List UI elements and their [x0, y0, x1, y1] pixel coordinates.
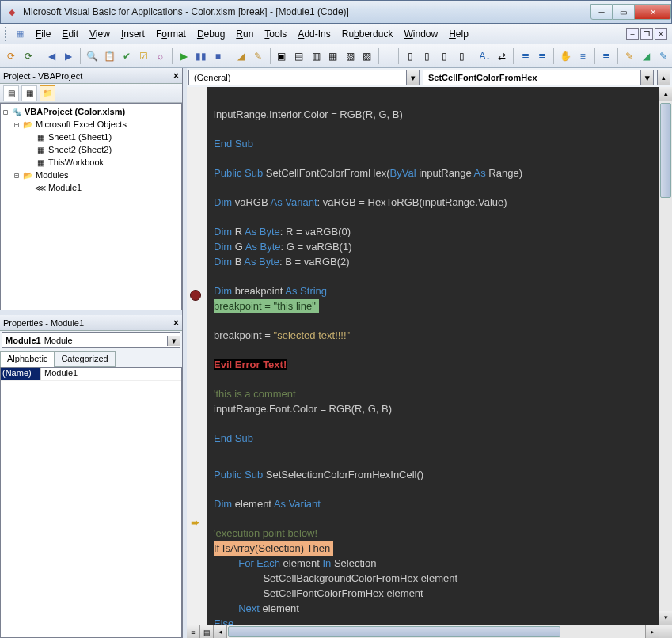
reset-icon[interactable]: ■: [210, 47, 226, 65]
toggle-folders-icon[interactable]: 📁: [40, 85, 55, 101]
execution-line[interactable]: If IsArray(Selection) Then: [214, 541, 333, 556]
view-object-icon[interactable]: ▦: [21, 85, 37, 101]
refresh-icon[interactable]: ⟳: [21, 47, 37, 65]
close-button[interactable]: ✕: [635, 4, 671, 20]
code-editor[interactable]: inputRange.Interior.Color = RGB(R, G, B)…: [207, 87, 659, 625]
tool-b-icon[interactable]: ▤: [290, 47, 307, 65]
scroll-right-icon[interactable]: ▸: [645, 625, 659, 638]
sheet-icon: ▦: [34, 131, 47, 142]
menu-edit[interactable]: Edit: [56, 26, 84, 42]
breakpoint-line[interactable]: breakpoint = "this line": [214, 299, 319, 313]
chevron-down-icon[interactable]: ▾: [167, 336, 180, 346]
scroll-up-button[interactable]: ▴: [657, 70, 670, 85]
tree-thisworkbook[interactable]: ▦ThisWorkbook: [1, 156, 181, 169]
tree-sheet2[interactable]: ▦Sheet2 (Sheet2): [1, 143, 181, 156]
menu-help[interactable]: Help: [443, 26, 474, 42]
sort-icon[interactable]: A↓: [476, 47, 493, 65]
refs-icon[interactable]: ⌕: [152, 47, 169, 65]
list-icon[interactable]: ≡: [575, 47, 591, 65]
object-combo[interactable]: (General)▾: [188, 70, 420, 85]
window-titlebar: ◆ Microsoft Visual Basic for Application…: [0, 0, 672, 24]
procedure-view-icon[interactable]: ≡: [187, 625, 200, 638]
error-text: Evil Error Text!: [214, 359, 287, 370]
wand-icon[interactable]: ✎: [621, 47, 638, 65]
indent-right-icon[interactable]: ▶: [61, 47, 78, 65]
menu-file[interactable]: File: [30, 26, 56, 42]
filter-icon[interactable]: ⇄: [494, 47, 511, 65]
tool-d-icon[interactable]: ▦: [325, 47, 341, 65]
continue-icon[interactable]: ▶: [176, 47, 192, 65]
pencil-icon[interactable]: ✎: [655, 47, 672, 65]
main-toolbar: ⟳ ⟳ ◀ ▶ 🔍 📋 ✔ ☑ ⌕ ▶ ▮▮ ■ ◢ ✎ ▣ ▤ ▥ ▦ ▧ ▨…: [0, 44, 672, 68]
tests-icon[interactable]: ✔: [118, 47, 135, 65]
mdi-close-button[interactable]: ×: [655, 28, 667, 40]
horizontal-scrollbar[interactable]: ◂ ▸: [214, 625, 659, 638]
inspect-icon[interactable]: 📋: [101, 47, 118, 65]
scroll-up-icon[interactable]: ▴: [659, 87, 672, 101]
project-tree[interactable]: ⊟🔩VBAProject (Color.xlsm) ⊟📂Microsoft Ex…: [0, 103, 182, 310]
comment-icon[interactable]: ✎: [250, 47, 267, 65]
properties-panel-title: Properties - Module1: [3, 318, 84, 328]
group-d-icon[interactable]: ▯: [454, 47, 470, 65]
tab-alphabetic[interactable]: Alphabetic: [0, 351, 55, 367]
property-name: (Name): [1, 368, 40, 380]
tool-e-icon[interactable]: ▧: [342, 47, 359, 65]
tool-c-icon[interactable]: ▥: [308, 47, 325, 65]
menu-tools[interactable]: Tools: [259, 26, 292, 42]
mdi-restore-button[interactable]: ❐: [640, 28, 653, 40]
design-icon[interactable]: ◢: [233, 47, 250, 65]
scroll-left-icon[interactable]: ◂: [214, 625, 227, 638]
exec-icon[interactable]: ≣: [598, 47, 614, 65]
group-a-icon[interactable]: ▯: [402, 47, 419, 65]
indent-left-icon[interactable]: ◀: [44, 47, 60, 65]
view-code-icon[interactable]: ▤: [3, 85, 19, 101]
menu-format[interactable]: Format: [150, 26, 192, 42]
scrollbar-thumb[interactable]: [228, 626, 560, 637]
group-c-icon[interactable]: ▯: [436, 47, 453, 65]
menu-view[interactable]: View: [84, 26, 116, 42]
procedure-combo[interactable]: SetCellFontColorFromHex▾: [423, 70, 654, 85]
minimize-button[interactable]: ─: [590, 4, 613, 20]
maximize-button[interactable]: ▭: [613, 4, 635, 20]
mdi-minimize-button[interactable]: –: [626, 28, 639, 40]
code-margin[interactable]: ➨: [187, 87, 207, 625]
group-b-icon[interactable]: ▯: [420, 47, 436, 65]
vertical-scrollbar[interactable]: ▴ ▾: [659, 87, 672, 625]
tree-modules[interactable]: ⊟📂Modules: [1, 169, 181, 181]
chevron-down-icon[interactable]: ▾: [640, 70, 653, 85]
project-panel-close-icon[interactable]: ×: [173, 70, 179, 82]
menu-insert[interactable]: Insert: [116, 26, 150, 42]
tree-module1[interactable]: ⋘Module1: [1, 181, 181, 194]
pending-icon[interactable]: ⟳: [3, 47, 20, 65]
tree-root[interactable]: ⊟🔩VBAProject (Color.xlsm): [1, 105, 181, 118]
scroll-down-icon[interactable]: ▾: [659, 611, 672, 625]
indent-icon[interactable]: ≣: [534, 47, 551, 65]
outdent-icon[interactable]: ≣: [517, 47, 533, 65]
size-grip-icon[interactable]: [659, 625, 672, 638]
tool-f-icon[interactable]: ▨: [359, 47, 376, 65]
properties-panel-close-icon[interactable]: ×: [173, 317, 179, 328]
breakpoint-marker-icon[interactable]: [190, 290, 201, 301]
tree-sheet1[interactable]: ▦Sheet1 (Sheet1): [1, 131, 181, 143]
break-icon[interactable]: ▮▮: [193, 47, 210, 65]
menu-rubberduck[interactable]: Rubberduck: [336, 26, 399, 42]
tab-categorized[interactable]: Categorized: [54, 351, 115, 367]
tool-a-icon[interactable]: ▣: [274, 47, 290, 65]
full-view-icon[interactable]: ▤: [200, 625, 214, 638]
chevron-down-icon[interactable]: ▾: [406, 70, 419, 85]
menu-run[interactable]: Run: [230, 26, 259, 42]
hand-icon[interactable]: ✋: [557, 47, 574, 65]
menu-debug[interactable]: Debug: [192, 26, 230, 42]
tag-icon[interactable]: ◢: [639, 47, 655, 65]
properties-grid[interactable]: (Name) Module1: [0, 367, 182, 638]
menu-window[interactable]: Window: [398, 26, 443, 42]
tree-excel-objects[interactable]: ⊟📂Microsoft Excel Objects: [1, 118, 181, 131]
menu-addins[interactable]: Add-Ins: [292, 26, 336, 42]
todo-icon[interactable]: ☑: [135, 47, 152, 65]
explorer-icon[interactable]: 🔍: [84, 47, 101, 65]
properties-tabs: Alphabetic Categorized: [0, 351, 182, 367]
scrollbar-thumb[interactable]: [660, 103, 671, 198]
property-value[interactable]: Module1: [40, 368, 181, 380]
property-row[interactable]: (Name) Module1: [1, 368, 181, 381]
properties-object-combo[interactable]: Module1 Module▾: [2, 332, 180, 348]
